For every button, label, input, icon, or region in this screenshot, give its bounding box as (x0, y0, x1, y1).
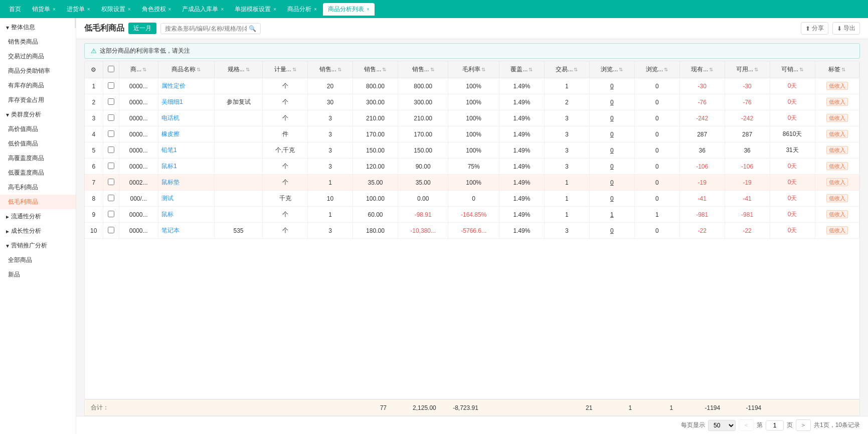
row-name[interactable]: 吴细细1 (158, 94, 214, 110)
sidebar-item-stock-capital[interactable]: 库存资金占用 (0, 93, 76, 107)
row-name[interactable]: 鼠标 (158, 207, 214, 223)
col-unit[interactable]: 计量...⇅ (263, 61, 308, 78)
sidebar-group-marketing[interactable]: ▾ 营销推广分析 (0, 238, 76, 253)
share-btn[interactable]: ⬆ 分享 (801, 22, 828, 35)
select-all-checkbox[interactable] (108, 66, 114, 72)
row-spec: 535 (214, 223, 262, 239)
row-checkbox[interactable] (103, 175, 119, 191)
row-name[interactable]: 橡皮擦 (158, 126, 214, 142)
nav-product-analysis-list[interactable]: 商品分析列表 × (323, 3, 375, 16)
row-browse1[interactable]: 0 (589, 142, 634, 159)
nav-close-icon[interactable]: × (53, 7, 56, 12)
nav-close-icon[interactable]: × (128, 7, 131, 12)
nav-role-auth[interactable]: 角色授权 × (137, 3, 177, 16)
nav-close-icon[interactable]: × (273, 7, 276, 12)
search-icon[interactable]: 🔍 (249, 25, 256, 32)
row-name[interactable]: 属性定价 (158, 78, 214, 94)
sidebar-item-high-value[interactable]: 高价值商品 (0, 122, 76, 136)
arrow-down-icon: ▾ (6, 111, 9, 118)
col-sale-qty[interactable]: 销售...⇅ (308, 61, 353, 78)
col-name[interactable]: 商品名称⇅ (158, 61, 214, 78)
nav-permissions[interactable]: 权限设置 × (96, 3, 136, 16)
col-browse2[interactable]: 浏览...⇅ (634, 61, 679, 78)
row-name[interactable]: 笔记本 (158, 223, 214, 239)
nav-template-settings[interactable]: 单据模板设置 × (230, 3, 281, 16)
date-filter-btn[interactable]: 近一月 (128, 23, 156, 34)
row-name[interactable]: 电话机 (158, 110, 214, 126)
row-checkbox[interactable] (103, 159, 119, 175)
nav-close-icon[interactable]: × (221, 7, 224, 12)
page-number-input[interactable] (766, 420, 784, 430)
sidebar-item-new-goods[interactable]: 新品 (0, 267, 76, 282)
row-browse1[interactable]: 0 (589, 191, 634, 207)
row-num: 2 (85, 94, 103, 110)
col-current[interactable]: 现有...⇅ (679, 61, 725, 78)
row-browse1[interactable]: 0 (589, 110, 634, 126)
row-name[interactable]: 铅笔1 (158, 142, 214, 159)
row-checkbox[interactable] (103, 78, 119, 94)
row-checkbox[interactable] (103, 191, 119, 207)
sidebar-group-cluster[interactable]: ▾ 类群度分析 (0, 107, 76, 122)
sidebar-item-high-margin[interactable]: 高毛利商品 (0, 180, 76, 195)
sidebar-item-category-rate[interactable]: 商品分类助销率 (0, 64, 76, 78)
col-checkbox (103, 61, 119, 78)
row-browse1[interactable]: 0 (589, 126, 634, 142)
row-browse1[interactable]: 0 (589, 223, 634, 239)
col-coverage[interactable]: 覆盖...⇅ (499, 61, 544, 78)
nav-purchase-order[interactable]: 进货单 × (62, 3, 95, 16)
row-checkbox[interactable] (103, 126, 119, 142)
col-usable[interactable]: 可用...⇅ (725, 61, 770, 78)
nav-close-icon[interactable]: × (168, 7, 171, 12)
nav-sales-order[interactable]: 销货单 × (27, 3, 61, 16)
row-num: 8 (85, 191, 103, 207)
prev-page-btn[interactable]: ＜ (739, 419, 754, 431)
nav-finished-goods[interactable]: 产成品入库单 × (177, 3, 229, 16)
col-code[interactable]: 商...⇅ (119, 61, 158, 78)
col-tag[interactable]: 标签⇅ (815, 61, 859, 78)
col-spec[interactable]: 规格...⇅ (214, 61, 262, 78)
row-browse1[interactable]: 1 (589, 207, 634, 223)
nav-product-analysis[interactable]: 商品分析 × (282, 3, 322, 16)
sidebar-item-low-margin[interactable]: 低毛利商品 (0, 195, 76, 209)
sidebar-group-overall[interactable]: ▾ 整体信息 (0, 20, 76, 35)
page-size-select[interactable]: 50 100 200 (708, 420, 736, 431)
row-checkbox[interactable] (103, 110, 119, 126)
row-checkbox[interactable] (103, 207, 119, 223)
row-name[interactable]: 鼠标1 (158, 159, 214, 175)
row-sale-price: 180.00 (353, 223, 398, 239)
sidebar-item-stocked-goods[interactable]: 有库存的商品 (0, 78, 76, 93)
row-tag: 低收入 (815, 191, 859, 207)
sidebar-item-high-coverage[interactable]: 高覆盖度商品 (0, 151, 76, 166)
row-browse1[interactable]: 0 (589, 78, 634, 94)
sidebar-item-low-coverage[interactable]: 低覆盖度商品 (0, 166, 76, 180)
col-sale-price[interactable]: 销售...⇅ (353, 61, 398, 78)
col-sellable[interactable]: 可销...⇅ (770, 61, 815, 78)
row-checkbox[interactable] (103, 142, 119, 159)
sidebar: 《 ▾ 整体信息 销售类商品 交易过的商品 商品分类助销率 有库存的商品 库存资… (0, 18, 76, 434)
nav-close-icon[interactable]: × (367, 7, 370, 12)
next-page-btn[interactable]: ＞ (796, 419, 811, 431)
sidebar-item-all-goods[interactable]: 全部商品 (0, 253, 76, 267)
col-sale-amt[interactable]: 销售...⇅ (398, 61, 448, 78)
sidebar-group-circulation[interactable]: ▸ 流通性分析 (0, 209, 76, 224)
row-checkbox[interactable] (103, 94, 119, 110)
nav-close-icon[interactable]: × (314, 7, 317, 12)
row-name[interactable]: 鼠标垫 (158, 175, 214, 191)
nav-home[interactable]: 首页 (4, 3, 26, 16)
row-browse1[interactable]: 0 (589, 159, 634, 175)
sidebar-item-sales-goods[interactable]: 销售类商品 (0, 35, 76, 49)
col-browse1[interactable]: 浏览...⇅ (589, 61, 634, 78)
row-checkbox[interactable] (103, 223, 119, 239)
row-browse1[interactable]: 0 (589, 175, 634, 191)
sidebar-group-growth[interactable]: ▸ 成长性分析 (0, 224, 76, 238)
col-gross-rate[interactable]: 毛利率⇅ (448, 61, 499, 78)
row-name[interactable]: 测试 (158, 191, 214, 207)
col-settings[interactable]: ⚙ (85, 61, 103, 78)
export-btn[interactable]: ⬇ 导出 (832, 22, 860, 35)
sidebar-item-traded-goods[interactable]: 交易过的商品 (0, 49, 76, 64)
nav-close-icon[interactable]: × (87, 7, 90, 12)
row-browse1[interactable]: 0 (589, 94, 634, 110)
col-trade-count[interactable]: 交易...⇅ (544, 61, 589, 78)
search-input[interactable] (165, 25, 247, 32)
sidebar-item-low-value[interactable]: 低价值商品 (0, 136, 76, 151)
